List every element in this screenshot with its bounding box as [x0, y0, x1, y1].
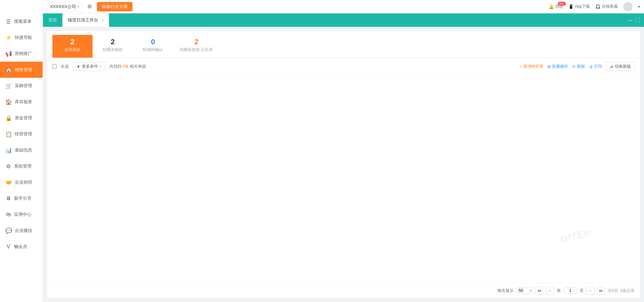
lightning-icon: ⚡: [5, 35, 12, 41]
last-page-button[interactable]: ⏭: [597, 287, 605, 295]
next-page-button[interactable]: ›: [586, 287, 594, 295]
per-page-label: 每页显示: [497, 288, 514, 294]
sidebar-label: 系统管理: [14, 163, 32, 169]
sidebar-item-wechat[interactable]: 💬 企业微信: [0, 223, 43, 239]
sidebar-item-sales[interactable]: 🏠 销售管理: [0, 62, 43, 78]
refresh-button[interactable]: ↻ 刷新: [572, 64, 585, 69]
sidebar-label: 基础信息: [15, 147, 32, 153]
app-download-button[interactable]: 📱 App下载: [569, 4, 590, 9]
megaphone-icon: 📢: [5, 51, 12, 57]
more-filters-button[interactable]: ▼ 更多条件 ∨: [73, 62, 105, 71]
sidebar-label: 企业协同: [15, 179, 32, 185]
message-button[interactable]: 🔔 消息 99+: [549, 4, 563, 9]
sidebar-item-newbie[interactable]: 🖥 新手引导: [0, 190, 43, 206]
sidebar-item-operations[interactable]: 📋 经营管理: [0, 126, 43, 142]
add-sales-order-button[interactable]: + 新增销货单: [520, 64, 543, 69]
batch-operation-button[interactable]: ⊞ 批量操作: [547, 64, 568, 69]
print-button[interactable]: 🖨 打印: [589, 64, 602, 69]
minimize-button[interactable]: —: [628, 17, 633, 23]
sidebar-item-inventory[interactable]: 🏠 库存核算: [0, 94, 43, 110]
settings-button[interactable]: ⚙: [85, 2, 94, 11]
top-bar: 6 畅捷通好生意 标准版 XXXXXX公司 ▾ ⚙ 体验行业方案 🔔 消息 99…: [0, 0, 644, 13]
screen-icon: 🖥: [5, 195, 11, 201]
sidebar-item-enterprise[interactable]: 🤝 企业协同: [0, 174, 43, 190]
per-page-select[interactable]: 50 100 200: [516, 287, 533, 294]
stat-tab-all[interactable]: 2 全部单据: [52, 35, 93, 58]
stat-label-pending: 旺铺待确认: [140, 47, 166, 53]
stat-tab-unshipped[interactable]: 2 到期未收款 已出库: [173, 35, 220, 58]
toolbar-right: + 新增销货单 ⊞ 批量操作 ↻ 刷新 🖨 打印 ⇄ 切换新版: [520, 62, 635, 71]
store-icon: 🛍: [5, 212, 11, 218]
page-number-input[interactable]: [564, 287, 577, 294]
sidebar-item-app-center[interactable]: 🛍 应用中心: [0, 206, 43, 223]
tab-workbench[interactable]: 钱货日清工作台 ×: [62, 13, 109, 27]
company-selector[interactable]: XXXXXX公司 ▾: [47, 2, 82, 11]
tab-home[interactable]: 首页: [43, 13, 62, 27]
sidebar-label: 搜索菜单: [14, 18, 32, 24]
stat-tab-overdue[interactable]: 2 到期未收款: [93, 35, 133, 58]
batch-icon: ⊞: [547, 64, 551, 69]
maximize-button[interactable]: ⛶: [635, 17, 640, 23]
switch-version-button[interactable]: ⇄ 切换新版: [606, 62, 635, 71]
sidebar-label: 销售管理: [15, 67, 32, 73]
wechat-icon: 💬: [5, 228, 12, 234]
tab-close-icon[interactable]: ×: [102, 18, 104, 22]
sidebar-label: 企业微信: [15, 228, 32, 234]
message-badge: 99+: [558, 2, 566, 6]
total-info: 共0页, 0条记录: [608, 288, 635, 294]
shop-icon: 🏠: [5, 67, 12, 73]
sidebar-label: 应用中心: [14, 212, 32, 218]
stat-label-unshipped: 到期未收款 已出库: [180, 47, 213, 53]
page-label-end: 页: [580, 288, 584, 294]
avatar[interactable]: [623, 2, 633, 11]
headset-icon: 🎧: [595, 4, 600, 9]
lock-icon: 🔒: [5, 115, 12, 121]
sidebar-label: 经营管理: [15, 131, 32, 137]
tab-actions: — ⛶: [628, 17, 644, 23]
trial-button[interactable]: 体验行业方案: [97, 2, 132, 11]
bell-icon: 🔔: [549, 4, 554, 9]
company-name: XXXXXX公司: [50, 4, 76, 10]
first-page-button[interactable]: ⏮: [535, 287, 543, 295]
stat-tab-pending[interactable]: 0 旺铺待确认: [133, 35, 173, 58]
sidebar-item-marketing[interactable]: 📢 营销推广: [0, 46, 43, 62]
cart-icon: 🛒: [5, 83, 12, 89]
stat-label-overdue: 到期未收款: [99, 47, 126, 53]
user-name[interactable]: ▾: [638, 4, 640, 9]
page-inner: 2 全部单据 2 到期未收款 0 旺铺待确认 2 到期未收款 已出库 全选 ▼ …: [47, 31, 640, 298]
found-text: 共找到 0条 相关单据: [109, 64, 146, 69]
sidebar-item-base-info[interactable]: 📊 基础信息: [0, 142, 43, 158]
sidebar-item-member[interactable]: V 畅会员: [0, 239, 43, 255]
stat-num-overdue: 2: [99, 38, 126, 46]
sidebar-item-purchase[interactable]: 🛒 采购管理: [0, 78, 43, 94]
print-icon: 🖨: [589, 64, 593, 69]
stat-num-all: 2: [59, 38, 86, 46]
refresh-icon: ↻: [572, 64, 576, 69]
table-icon: 📊: [5, 147, 12, 154]
gear-icon: ⚙: [5, 163, 11, 170]
sidebar-item-quick-nav[interactable]: ⚡ 快捷导航: [0, 29, 43, 46]
sidebar-label: 新手引导: [14, 195, 32, 201]
sidebar: ☰ 搜索菜单 ⚡ 快捷导航 📢 营销推广 🏠 销售管理 🛒 采购管理 🏠 库存核…: [0, 0, 43, 302]
per-page-selector[interactable]: 50 100 200: [516, 287, 533, 294]
pagination: 每页显示 50 100 200 ⏮ ‹ 第 页 › ⏭ 共0页, 0条记录: [47, 283, 640, 298]
stat-num-unshipped: 2: [180, 38, 213, 46]
top-right-area: 🔔 消息 99+ 📱 App下载 🎧 在线客服 ▾: [549, 2, 640, 11]
sidebar-item-system[interactable]: ⚙ 系统管理: [0, 158, 43, 174]
prev-page-button[interactable]: ‹: [546, 287, 554, 295]
chevron-down-icon: ∨: [99, 65, 102, 68]
table-area: [47, 75, 640, 283]
sidebar-item-finance[interactable]: 🔒 资金管理: [0, 110, 43, 126]
select-all-checkbox[interactable]: [52, 64, 57, 69]
online-support-button[interactable]: 🎧 在线客服: [595, 4, 618, 9]
page-label: 第: [557, 288, 561, 294]
sidebar-label: 采购管理: [15, 83, 32, 89]
sidebar-label: 快捷导航: [15, 35, 32, 41]
stat-label-all: 全部单据: [59, 47, 86, 53]
sidebar-item-search-menu[interactable]: ☰ 搜索菜单: [0, 13, 43, 29]
main-content: 2 全部单据 2 到期未收款 0 旺铺待确认 2 到期未收款 已出库 全选 ▼ …: [43, 27, 644, 302]
download-icon: 📱: [569, 4, 574, 9]
filter-icon: ▼: [76, 64, 80, 69]
found-count: 0条: [122, 64, 129, 69]
tab-bar: 首页 钱货日清工作台 × — ⛶: [43, 13, 644, 27]
